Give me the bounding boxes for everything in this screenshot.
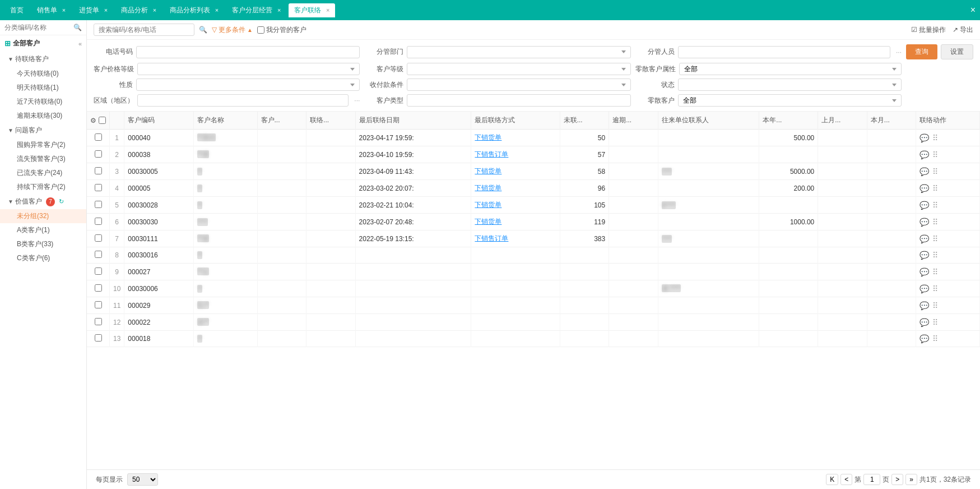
td-checkbox[interactable] xyxy=(87,331,110,347)
nav-sales[interactable]: 销售单 × xyxy=(31,3,71,17)
chat-icon[interactable]: 💬 xyxy=(919,284,929,293)
sidebar-problem-customers[interactable]: ▼ 问题客户 xyxy=(0,123,86,138)
th-partner-contact[interactable]: 往来单位联系人 xyxy=(658,112,759,130)
td-action[interactable]: 💬 ⠿ xyxy=(916,297,980,314)
td-action[interactable]: 💬 ⠿ xyxy=(916,130,980,146)
td-checkbox[interactable] xyxy=(87,297,110,314)
chat-icon[interactable]: 💬 xyxy=(919,133,929,142)
row-checkbox[interactable] xyxy=(95,167,102,174)
nav-home[interactable]: 首页 xyxy=(4,3,29,17)
next-page-btn[interactable]: > xyxy=(891,474,903,485)
filter-select-status[interactable] xyxy=(678,79,902,91)
search-icon[interactable]: 🔍 xyxy=(199,26,207,34)
th-no-contact[interactable]: 未联... xyxy=(560,112,609,130)
th-this-year[interactable]: 本年... xyxy=(759,112,818,130)
sidebar-item-declining[interactable]: 持续下滑客户(2) xyxy=(0,180,86,194)
th-last-month[interactable]: 上月... xyxy=(818,112,867,130)
td-name[interactable]: ** xyxy=(193,247,257,264)
td-action[interactable]: 💬 ⠿ xyxy=(916,280,980,297)
prev-page-btn[interactable]: < xyxy=(840,474,852,485)
th-action[interactable]: 联络动作 xyxy=(916,112,980,130)
th-settings[interactable]: ⚙ xyxy=(87,112,110,130)
batch-op-btn[interactable]: ☑ 批量操作 xyxy=(911,25,946,35)
more-action-icon[interactable]: ⠿ xyxy=(932,318,938,327)
nav-sales-close[interactable]: × xyxy=(62,7,66,13)
row-checkbox[interactable] xyxy=(95,150,102,158)
td-name[interactable]: ** xyxy=(193,331,257,347)
export-btn[interactable]: ↗ 导出 xyxy=(953,25,973,35)
first-page-btn[interactable]: K xyxy=(826,474,838,485)
sidebar-item-churned[interactable]: 已流失客户(24) xyxy=(0,166,86,180)
td-last-contact-way[interactable]: 下销售订单 xyxy=(471,230,560,247)
td-last-contact-way[interactable]: 下销售订单 xyxy=(471,146,560,163)
sidebar-value-customers[interactable]: ▼ 价值客户 7 ↻ xyxy=(0,194,86,209)
more-action-icon[interactable]: ⠿ xyxy=(932,334,938,343)
more-action-icon[interactable]: ⠿ xyxy=(932,133,938,142)
td-checkbox[interactable] xyxy=(87,230,110,247)
td-checkbox[interactable] xyxy=(87,247,110,264)
chat-icon[interactable]: 💬 xyxy=(919,251,929,260)
more-action-icon[interactable]: ⠿ xyxy=(932,267,938,276)
th-code[interactable]: 客户编码 xyxy=(124,112,194,130)
td-name[interactable]: 浓** xyxy=(193,314,257,331)
row-checkbox[interactable] xyxy=(95,267,102,275)
sidebar-item-hoarding[interactable]: 囤购异常客户(2) xyxy=(0,138,86,152)
filter-input-phone[interactable] xyxy=(136,46,360,58)
td-last-contact-way[interactable] xyxy=(471,280,560,297)
more-action-icon[interactable]: ⠿ xyxy=(932,234,938,243)
filter-select-retail-cust[interactable]: 全部 xyxy=(678,94,902,107)
td-checkbox[interactable] xyxy=(87,146,110,163)
filter-select-cust-level[interactable] xyxy=(407,63,630,75)
more-action-icon[interactable]: ⠿ xyxy=(932,284,938,293)
chat-icon[interactable]: 💬 xyxy=(919,167,929,176)
td-action[interactable]: 💬 ⠿ xyxy=(916,314,980,331)
chat-icon[interactable]: 💬 xyxy=(919,318,929,327)
td-name[interactable]: ** xyxy=(193,163,257,180)
td-action[interactable]: 💬 ⠿ xyxy=(916,331,980,347)
row-checkbox[interactable] xyxy=(95,218,102,225)
td-action[interactable]: 💬 ⠿ xyxy=(916,163,980,180)
td-checkbox[interactable] xyxy=(87,314,110,331)
td-action[interactable]: 💬 ⠿ xyxy=(916,180,980,197)
td-action[interactable]: 💬 ⠿ xyxy=(916,214,980,230)
chat-icon[interactable]: 💬 xyxy=(919,184,929,193)
chat-icon[interactable]: 💬 xyxy=(919,234,929,243)
sidebar-item-7days[interactable]: 近7天待联络(0) xyxy=(0,95,86,109)
reset-button[interactable]: 设置 xyxy=(941,44,973,59)
td-action[interactable]: 💬 ⠿ xyxy=(916,264,980,280)
query-button[interactable]: 查询 xyxy=(906,44,937,59)
td-last-contact-way[interactable]: 下销货单 xyxy=(471,197,560,214)
my-customers-check[interactable] xyxy=(257,26,264,34)
td-last-contact-way[interactable] xyxy=(471,331,560,347)
td-last-contact-way[interactable]: 下销货单 xyxy=(471,163,560,180)
td-name[interactable]: **请 xyxy=(193,146,257,163)
sidebar-item-class-b[interactable]: B类客户(33) xyxy=(0,237,86,251)
td-action[interactable]: 💬 ⠿ xyxy=(916,197,980,214)
th-last-contact-way[interactable]: 最后联络方式 xyxy=(471,112,560,130)
td-last-contact-way[interactable]: 下销货单 xyxy=(471,214,560,230)
row-checkbox[interactable] xyxy=(95,201,102,208)
chat-icon[interactable]: 💬 xyxy=(919,150,929,159)
td-last-contact-way[interactable] xyxy=(471,247,560,264)
search-icon[interactable]: 🔍 xyxy=(73,24,82,31)
refresh-icon[interactable]: ↻ xyxy=(59,198,64,205)
more-action-icon[interactable]: ⠿ xyxy=(932,301,938,310)
filter-select-payment[interactable] xyxy=(407,79,630,91)
td-action[interactable]: 💬 ⠿ xyxy=(916,146,980,163)
row-checkbox[interactable] xyxy=(95,133,102,141)
filter-select-price-level[interactable] xyxy=(137,63,360,75)
sidebar-item-ungrouped[interactable]: 未分组(32) xyxy=(0,209,86,223)
nav-purchase-close[interactable]: × xyxy=(104,7,108,13)
td-action[interactable]: 💬 ⠿ xyxy=(916,247,980,264)
td-checkbox[interactable] xyxy=(87,130,110,146)
td-checkbox[interactable] xyxy=(87,197,110,214)
nav-product-analysis[interactable]: 商品分析 × xyxy=(115,3,162,17)
last-page-btn[interactable]: » xyxy=(905,474,917,485)
td-name[interactable]: **述 xyxy=(193,230,257,247)
td-last-contact-way[interactable] xyxy=(471,264,560,280)
filter-input-cust-type[interactable] xyxy=(407,94,630,107)
more-action-icon[interactable]: ⠿ xyxy=(932,184,938,193)
td-name[interactable]: **** xyxy=(193,214,257,230)
chat-icon[interactable]: 💬 xyxy=(919,334,929,343)
td-name[interactable]: ** xyxy=(193,180,257,197)
